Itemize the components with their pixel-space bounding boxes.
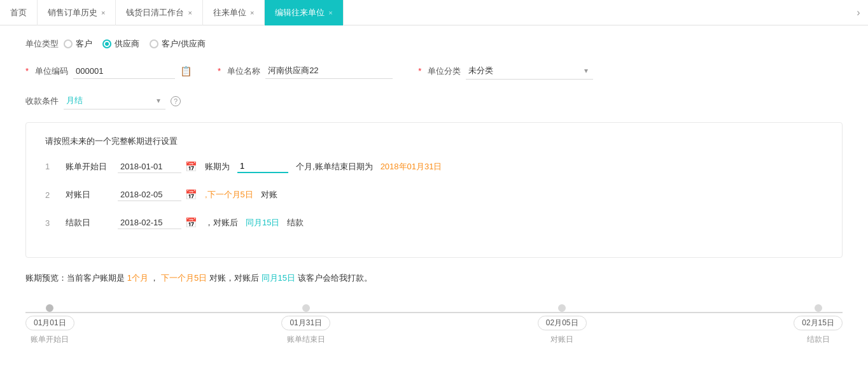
timeline-sub-1: 账单结束日 [287,334,325,345]
radio-supplier-circle [102,39,111,48]
payment-date-calendar-icon[interactable]: 📅 [185,217,197,229]
payment-terms-field: 收款条件 月结 ▾ ? [25,92,181,109]
radio-customer[interactable]: 客户 [64,38,92,50]
radio-customer-supplier[interactable]: 客户/供应商 [150,38,206,50]
radio-customer-label: 客户 [76,38,92,50]
unit-category-value: 未分类 [468,65,582,76]
unit-code-label: 单位编码 [35,66,68,77]
tabs-bar: 首页 销售订单历史 × 钱货日清工作台 × 往来单位 × 编辑往来单位 × › [0,0,868,25]
preview-section: 账期预览：当前客户账期是 1个月 ， 下一个月5日 对账，对账后 同月15日 该… [25,271,843,285]
tab-partner-list-close[interactable]: × [250,9,254,17]
row-2-num: 2 [45,190,58,200]
timeline-label-3: 02月15日 [794,316,843,330]
row-3-desc-suffix: 结款 [287,217,304,229]
unit-category-select[interactable]: 未分类 ▾ [466,62,593,80]
unit-type-row: 单位类型 客户 供应商 客户/供应商 [25,38,843,50]
payment-terms-help-icon[interactable]: ? [171,96,181,106]
row-2-date-field: 📅 [118,188,197,201]
timeline-circle-2 [558,304,566,312]
timeline-label-0: 01月01日 [25,316,74,330]
payment-date-input[interactable] [118,216,181,229]
unit-category-arrow: ▾ [584,66,588,75]
preview-prefix: 账期预览：当前客户账期是 [25,273,125,283]
section-instruction: 请按照未来的一个完整帐期进行设置 [45,136,823,147]
period-input[interactable] [237,160,288,173]
timeline-point-2: 02月05日 对账日 [538,304,587,345]
unit-name-required: * [218,66,221,76]
payment-terms-select[interactable]: 月结 ▾ [64,92,165,109]
tab-edit-partner[interactable]: 编辑往来单位 × [265,0,343,25]
unit-code-input[interactable] [73,64,175,79]
tab-partner-list[interactable]: 往来单位 × [203,0,265,25]
timeline-points: 01月01日 账单开始日 01月31日 账单结束日 02月05日 对账日 [25,304,843,345]
reconcile-date-input[interactable] [118,188,181,201]
timeline-point-0: 01月01日 账单开始日 [25,304,74,345]
unit-name-input[interactable] [265,64,393,79]
radio-customer-circle [64,39,73,48]
unit-category-label: 单位分类 [428,66,461,77]
start-date-calendar-icon[interactable]: 📅 [185,161,197,172]
timeline-sub-0: 账单开始日 [31,334,69,345]
row-1-num: 1 [45,162,58,171]
row-3-desc-prefix: ，对账后 [205,217,238,229]
payment-terms-arrow: ▾ [157,96,160,105]
row-1-label: 账单开始日 [66,161,110,172]
payment-terms-row: 收款条件 月结 ▾ ? [25,92,843,109]
row-3-num: 3 [45,218,58,228]
timeline-circle-1 [302,304,310,312]
tab-home[interactable]: 首页 [0,0,38,25]
unit-category-field: * 单位分类 未分类 ▾ [418,62,593,80]
settings-row-2: 2 对账日 📅 ,下一个月5日 对账 [45,188,823,201]
tab-sales-history-close[interactable]: × [101,9,105,17]
timeline-sub-2: 对账日 [550,334,573,345]
unit-name-label: 单位名称 [227,66,260,77]
row-1-period-label: 账期为 [205,161,230,172]
radio-supplier[interactable]: 供应商 [102,38,139,50]
row-1-period-unit: 个月,账单结束日期为 [296,161,373,172]
reconcile-date-calendar-icon[interactable]: 📅 [185,189,197,201]
unit-type-label: 单位类型 [25,38,59,50]
radio-supplier-label: 供应商 [115,38,139,50]
row-1-date-field: 📅 [118,160,197,173]
preview-sep1: ， [150,273,158,283]
row-1-end-date: 2018年01月31日 [381,161,442,172]
tab-edit-partner-close[interactable]: × [328,9,332,17]
row-2-desc-suffix: 对账 [261,189,277,201]
timeline-circle-3 [815,304,822,312]
tab-cash-work-close[interactable]: × [188,9,192,17]
radio-group-unit-type: 客户 供应商 客户/供应商 [64,38,206,50]
preview-part2: 下一个月5日 [161,273,207,283]
unit-type-field: 单位类型 客户 供应商 客户/供应商 [25,38,206,50]
row-3-date-field: 📅 [118,216,197,229]
unit-info-row: * 单位编码 📋 * 单位名称 * 单位分类 未分类 ▾ [25,62,843,80]
row-3-desc-highlight: 同月15日 [246,217,279,229]
timeline-circle-0 [46,304,53,312]
row-2-desc-prefix: ,下一个月5日 [205,189,253,201]
payment-terms-label: 收款条件 [25,95,59,107]
settings-row-3: 3 结款日 📅 ，对账后 同月15日 结款 [45,216,823,229]
timeline-sub-3: 结款日 [807,334,830,345]
row-3-label: 结款日 [66,217,110,229]
start-date-input[interactable] [118,160,181,173]
row-2-label: 对账日 [66,189,110,201]
radio-customer-supplier-label: 客户/供应商 [162,38,206,50]
tab-overflow-button[interactable]: › [849,7,868,18]
page-content: 单位类型 客户 供应商 客户/供应商 * 单位编码 [0,25,868,387]
unit-code-copy-icon[interactable]: 📋 [180,66,192,77]
timeline-point-3: 02月15日 结款日 [794,304,843,345]
preview-part3: 同月15日 [262,273,295,283]
unit-name-field: * 单位名称 [218,64,393,79]
timeline-point-1: 01月31日 账单结束日 [281,304,330,345]
timeline-label-1: 01月31日 [281,316,330,330]
timeline-label-2: 02月05日 [538,316,587,330]
preview-part1: 1个月 [127,273,148,283]
settings-row-1: 1 账单开始日 📅 账期为 个月,账单结束日期为 2018年01月31日 [45,160,823,173]
radio-customer-supplier-circle [150,39,158,48]
tab-sales-history[interactable]: 销售订单历史 × [38,0,116,25]
unit-code-required: * [25,66,29,76]
settings-section: 请按照未来的一个完整帐期进行设置 1 账单开始日 📅 账期为 个月,账单结束日期… [25,122,843,258]
preview-suffix: 该客户会给我打款。 [298,273,372,283]
unit-code-field: * 单位编码 📋 [25,64,192,79]
timeline: 01月01日 账单开始日 01月31日 账单结束日 02月05日 对账日 [25,298,843,351]
tab-cash-work[interactable]: 钱货日清工作台 × [116,0,202,25]
